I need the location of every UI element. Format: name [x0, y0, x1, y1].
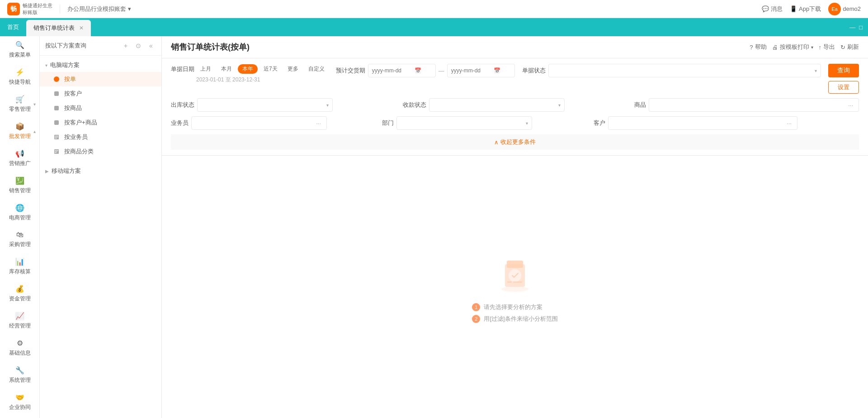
settings-button[interactable]: 设置	[828, 81, 859, 94]
payment-status-select[interactable]: ▾	[429, 98, 565, 112]
salesman-more-icon[interactable]: ···	[314, 120, 323, 127]
pc-section-arrow-icon: ▾	[45, 63, 47, 68]
salesman-input-wrap[interactable]: ···	[191, 116, 327, 130]
top-bar-left: 畅 畅捷通好生意 标账版 办公用品行业模拟账套 ▾	[7, 2, 131, 15]
sidebar-item-quicknav[interactable]: ⚡ 快捷导航	[0, 63, 39, 90]
scheme-section-pc-header[interactable]: ▾ 电脑端方案	[40, 58, 161, 72]
sidebar-item-purchase[interactable]: 🛍 采购管理	[0, 226, 39, 253]
query-button[interactable]: 查询	[828, 64, 859, 77]
logo-area: 畅 畅捷通好生意 标账版	[7, 2, 52, 15]
customer-input-wrap[interactable]: ···	[608, 116, 797, 130]
date-btn-this-month[interactable]: 本月	[217, 64, 236, 74]
scheme-collapse-btn[interactable]: «	[146, 41, 156, 51]
tab-home[interactable]: 首页	[0, 18, 26, 36]
search-icon: 🔍	[15, 41, 24, 49]
single-status-select[interactable]: ▾	[548, 64, 821, 77]
customer-input[interactable]	[612, 120, 785, 127]
maximize-icon[interactable]: □	[859, 24, 863, 31]
filter-row-3: 业务员 ··· 部门 ▾	[171, 116, 859, 130]
sidebar-item-retail[interactable]: 🛒 零售管理 ▾	[0, 90, 39, 118]
empty-tip-2: 2 用[过滤]条件来缩小分析范围	[472, 315, 557, 323]
sidebar-item-search[interactable]: 🔍 搜索菜单	[0, 36, 39, 63]
app-download-btn[interactable]: 📱 App下载	[790, 5, 821, 13]
wholesale-arrow-icon: ▴	[33, 129, 36, 134]
department-select[interactable]: ▾	[396, 116, 532, 130]
sidebar-item-enterprise[interactable]: 🤝 企业协同	[0, 389, 39, 416]
scheme-section-mobile-header[interactable]: ▶ 移动端方案	[40, 164, 161, 178]
svg-rect-9	[55, 150, 58, 151]
ecommerce-icon: 🌐	[15, 204, 24, 212]
by-goods-category-icon	[52, 147, 61, 156]
goods-more-icon[interactable]: ···	[846, 102, 855, 109]
customer-more-icon[interactable]: ···	[785, 120, 793, 127]
date-btn-last-month[interactable]: 上月	[196, 64, 215, 74]
scheme-item-by-salesman[interactable]: 按业务员	[40, 130, 161, 144]
expected-start-date[interactable]: 📅	[368, 64, 436, 77]
svg-rect-6	[55, 137, 58, 138]
scheme-section-mobile: ▶ 移动端方案	[40, 162, 161, 180]
app-title[interactable]: 办公用品行业模拟账套 ▾	[67, 5, 131, 13]
date-btn-custom[interactable]: 自定义	[304, 64, 329, 74]
svg-rect-3	[54, 120, 59, 125]
goods-input-wrap[interactable]: ···	[649, 98, 859, 112]
sidebar-item-inventory[interactable]: 📊 库存核算	[0, 253, 39, 280]
retail-icon: 🛒	[15, 95, 24, 104]
sidebar-item-basics[interactable]: ⚙ 基础信息	[0, 334, 39, 361]
expected-end-input[interactable]	[451, 67, 492, 74]
main-layout: 🔍 搜索菜单 ⚡ 快捷导航 🛒 零售管理 ▾ 📦 批发管理 ▴ 📢 营销推广 💹…	[0, 36, 868, 418]
by-salesman-icon	[52, 133, 61, 141]
sidebar-item-newbie[interactable]: 🎯 新手引导	[0, 416, 39, 418]
empty-tips: 1 请先选择要分析的方案 2 用[过滤]条件来缩小分析范围	[472, 303, 557, 323]
sidebar-item-sales[interactable]: 💹 销售管理	[0, 172, 39, 199]
scheme-item-by-customer[interactable]: 按客户	[40, 86, 161, 101]
salesman-input[interactable]	[195, 120, 314, 127]
message-btn[interactable]: 💬 消息	[762, 5, 783, 13]
delivery-status-arrow-icon: ▾	[326, 103, 329, 108]
date-btn-this-year[interactable]: 本年	[238, 64, 258, 74]
help-btn[interactable]: ? 帮助	[750, 43, 766, 51]
filter-area: 单据日期 上月 本月 本年 近7天 更多 自定义 2023	[162, 58, 868, 156]
scheme-item-by-goods[interactable]: 按商品	[40, 101, 161, 115]
user-profile[interactable]: Ea demo2	[828, 3, 861, 15]
top-bar-right: 💬 消息 📱 App下载 Ea demo2	[762, 3, 861, 15]
expected-start-input[interactable]	[372, 67, 413, 74]
scheme-add-btn[interactable]: +	[121, 41, 131, 51]
title-arrow-icon: ▾	[128, 5, 131, 12]
goods-group: 商品 ···	[634, 98, 859, 112]
refresh-btn[interactable]: ↻ 刷新	[840, 43, 859, 51]
export-btn[interactable]: ↑ 导出	[819, 43, 835, 51]
scheme-panel-actions: + ⊙ «	[121, 41, 156, 51]
by-goods-icon	[52, 104, 61, 112]
single-status-arrow-icon: ▾	[815, 68, 817, 73]
scheme-item-by-order[interactable]: 按单	[40, 72, 161, 86]
by-customer-goods-icon	[52, 119, 61, 127]
delivery-status-select[interactable]: ▾	[197, 98, 333, 112]
empty-illustration	[492, 251, 538, 296]
message-icon: 💬	[762, 5, 769, 12]
scheme-item-by-goods-category[interactable]: 按商品分类	[40, 144, 161, 159]
goods-input[interactable]	[653, 102, 846, 109]
print-template-btn[interactable]: 🖨 按模板打印 ▾	[772, 43, 813, 51]
department-arrow-icon: ▾	[526, 121, 528, 126]
single-date-group: 单据日期 上月 本月 本年 近7天 更多 自定义 2023	[171, 64, 329, 84]
sidebar-item-ecommerce[interactable]: 🌐 电商管理	[0, 199, 39, 226]
date-btn-last-7days[interactable]: 近7天	[259, 64, 282, 74]
scheme-item-by-customer-goods[interactable]: 按客户+商品	[40, 115, 161, 130]
tab-sales-order-stat[interactable]: 销售订单统计表 ✕	[26, 20, 91, 36]
logo-icon: 畅	[7, 3, 20, 15]
tab-close-icon[interactable]: ✕	[79, 25, 84, 31]
sidebar-item-finance[interactable]: 💰 资金管理	[0, 280, 39, 307]
svg-point-15	[509, 269, 521, 282]
collapse-up-icon: ∧	[494, 139, 499, 146]
expected-end-date[interactable]: 📅	[447, 64, 515, 77]
date-range-display: 2023-01-01 至 2023-12-31	[171, 76, 329, 84]
sidebar-item-system[interactable]: 🔧 系统管理	[0, 361, 39, 389]
payment-status-group: 收款状态 ▾	[403, 98, 627, 112]
scheme-settings-btn[interactable]: ⊙	[133, 41, 143, 51]
sidebar-item-marketing[interactable]: 📢 营销推广	[0, 145, 39, 172]
sidebar-item-operations[interactable]: 📈 经营管理	[0, 307, 39, 334]
sidebar-item-wholesale[interactable]: 📦 批发管理 ▴	[0, 118, 39, 145]
minimize-icon[interactable]: —	[849, 24, 855, 31]
date-btn-more[interactable]: 更多	[283, 64, 302, 74]
collapse-btn[interactable]: ∧ 收起更多条件	[171, 134, 859, 150]
